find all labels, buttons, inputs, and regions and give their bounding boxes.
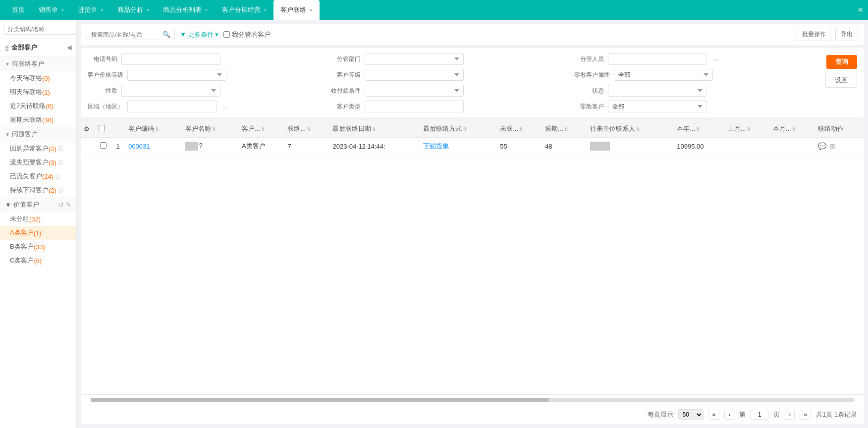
more-conditions-button[interactable]: ▼ 更多条件 ▾: [180, 30, 218, 39]
last-page-button[interactable]: »: [800, 410, 811, 420]
filter-icon: ▼: [180, 31, 186, 38]
close-product-analysis-list[interactable]: ×: [205, 7, 208, 13]
sidebar-item-tomorrow[interactable]: 明天待联络(1): [0, 85, 76, 99]
filter-row-2: 客户价格等级 客户等级 零散客户属性: [88, 69, 817, 81]
region-label: 区域（地区）: [88, 103, 123, 111]
query-button[interactable]: 查询: [826, 55, 857, 69]
phone-input[interactable]: [121, 53, 220, 65]
nav-product-analysis[interactable]: 商品分析 ×: [110, 0, 156, 20]
close-all-button[interactable]: ×: [858, 5, 863, 15]
sidebar-section-pending[interactable]: ▼ 待联络客户: [0, 56, 76, 71]
filter-search-icon[interactable]: 🔍: [163, 31, 170, 38]
page-size-select[interactable]: 50 100 200: [678, 409, 704, 420]
filter-right-actions: 批量操作 导出: [797, 28, 858, 41]
row-checkbox[interactable]: [100, 142, 107, 149]
close-customer-contact[interactable]: ×: [309, 7, 312, 13]
sidebar-item-churn-warning[interactable]: 流失预警客户(3) ⓘ: [0, 156, 76, 169]
refresh-icon[interactable]: ↺: [58, 201, 64, 209]
sidebar-section-value[interactable]: ▼ 价值客户 ↺ ✎: [0, 197, 76, 212]
sidebar-search-input[interactable]: [4, 24, 77, 35]
filter-cell-customer-grade: 客户等级: [331, 69, 574, 81]
filter-cell-retail: 零散客户 全部: [574, 101, 817, 112]
next-page-button[interactable]: ›: [785, 410, 795, 420]
col-name: 客户名称⇅: [182, 120, 239, 138]
retail-select[interactable]: 全部: [608, 101, 707, 112]
sidebar-item-class-a[interactable]: A类客户(1): [0, 226, 76, 240]
sidebar-item-unclassified[interactable]: 未分组(32): [0, 212, 76, 226]
row-last-date: 2023-04-12 14:44:: [329, 138, 420, 155]
sidebar-item-class-c[interactable]: C类客户(6): [0, 254, 76, 268]
grid-action-icon[interactable]: ⊞: [829, 142, 835, 150]
my-customers-checkbox-area: 我分管的客户: [223, 30, 271, 39]
sidebar-item-today[interactable]: 今天待联络(0): [0, 71, 76, 85]
collapse-icon[interactable]: ◀: [67, 44, 71, 51]
nav-sales[interactable]: 销售单 ×: [32, 0, 71, 20]
close-purchase[interactable]: ×: [100, 7, 103, 13]
sidebar-item-churned[interactable]: 已流失客户(24) ⓘ: [0, 169, 76, 183]
nav-purchase[interactable]: 进货单 ×: [71, 0, 110, 20]
filter-cell-status: 状态: [574, 85, 817, 97]
dept-select[interactable]: [365, 53, 464, 65]
col-code: 客户编码⇅: [125, 120, 182, 138]
customer-type-input[interactable]: [365, 101, 464, 112]
row-category: A类客户: [239, 138, 284, 155]
sidebar-item-repurchase-abnormal[interactable]: 回购异常客户(2) ⓘ: [0, 142, 76, 156]
price-grade-select[interactable]: [127, 69, 226, 81]
grid-icon: [5, 44, 9, 52]
sidebar-all-customers[interactable]: 全部客户 ◀: [0, 39, 76, 56]
filter-search-input[interactable]: [91, 31, 161, 38]
select-all-checkbox[interactable]: [99, 125, 105, 131]
col-overdue: 逾期...⇅: [542, 120, 587, 138]
manager-dots-icon[interactable]: ···: [711, 55, 720, 63]
filter-cell-region: 区域（地区） ···: [88, 101, 331, 112]
region-input[interactable]: [127, 101, 217, 112]
info-icon-3: ⓘ: [55, 173, 60, 180]
col-contact: 联络...⇅: [284, 120, 329, 138]
nav-customer-contact[interactable]: 客户联络 ×: [273, 0, 319, 20]
sidebar-item-overdue[interactable]: 逾期未联络(30): [0, 113, 76, 127]
scrollbar-thumb[interactable]: [91, 398, 549, 402]
comment-icon[interactable]: 💬: [818, 142, 826, 150]
arrow-down-icon: ▼: [5, 61, 10, 67]
table-container: ⚙ 客户编码⇅ 客户名称⇅ 客户...⇅ 联络...⇅ 最后联络日期⇅ 最后联络…: [81, 120, 864, 424]
retail-attr-select[interactable]: 全部: [614, 69, 713, 81]
sidebar-item-7days[interactable]: 近7天待联络(0): [0, 99, 76, 113]
status-select[interactable]: [608, 85, 707, 97]
col-this-year: 本年...⇅: [674, 120, 725, 138]
retail-label: 零散客户: [574, 103, 604, 111]
sidebar-search-area: 🔍: [0, 20, 76, 39]
close-product-analysis[interactable]: ×: [146, 7, 149, 13]
last-method-link[interactable]: 下销货单: [423, 142, 449, 150]
row-code[interactable]: 000031: [125, 138, 182, 155]
sidebar-section-problem[interactable]: ▼ 问题客户: [0, 127, 76, 142]
row-last-method: 下销货单: [420, 138, 497, 155]
nav-home[interactable]: 首页: [5, 0, 32, 20]
close-customer-segment[interactable]: ×: [264, 7, 267, 13]
manager-input[interactable]: [608, 53, 707, 65]
row-name: ?: [182, 138, 239, 155]
sidebar-item-declining[interactable]: 持续下滑客户(2) ⓘ: [0, 183, 76, 197]
filter-cell-dept: 分管部门: [331, 53, 574, 65]
nav-customer-segment[interactable]: 客户分层经营 ×: [215, 0, 273, 20]
scrollbar-area: [81, 394, 864, 405]
page-number-input[interactable]: [751, 410, 768, 420]
nature-select[interactable]: [121, 85, 220, 97]
my-customers-checkbox[interactable]: [223, 31, 230, 38]
export-button[interactable]: 导出: [835, 28, 858, 41]
edit-icon[interactable]: ✎: [66, 201, 71, 209]
sidebar-item-class-b[interactable]: B类客户(33): [0, 240, 76, 254]
batch-op-button[interactable]: 批量操作: [797, 28, 831, 41]
horizontal-scrollbar[interactable]: [91, 398, 854, 402]
col-uncontacted: 未联...⇅: [497, 120, 542, 138]
region-dots-icon[interactable]: ···: [220, 103, 230, 110]
sidebar: 🔍 全部客户 ◀ ▼ 待联络客户 今天待联络(0) 明天待联络(1) 近7天待联…: [0, 20, 77, 428]
setting-button[interactable]: 设置: [825, 73, 857, 88]
nav-product-analysis-list[interactable]: 商品分析列表 ×: [156, 0, 215, 20]
col-gear[interactable]: ⚙: [81, 120, 96, 138]
prev-page-button[interactable]: ‹: [724, 410, 734, 420]
payment-select[interactable]: [365, 85, 464, 97]
nature-label: 性质: [88, 87, 117, 95]
close-sales[interactable]: ×: [61, 7, 64, 13]
customer-grade-select[interactable]: [365, 69, 464, 81]
first-page-button[interactable]: «: [708, 410, 720, 420]
